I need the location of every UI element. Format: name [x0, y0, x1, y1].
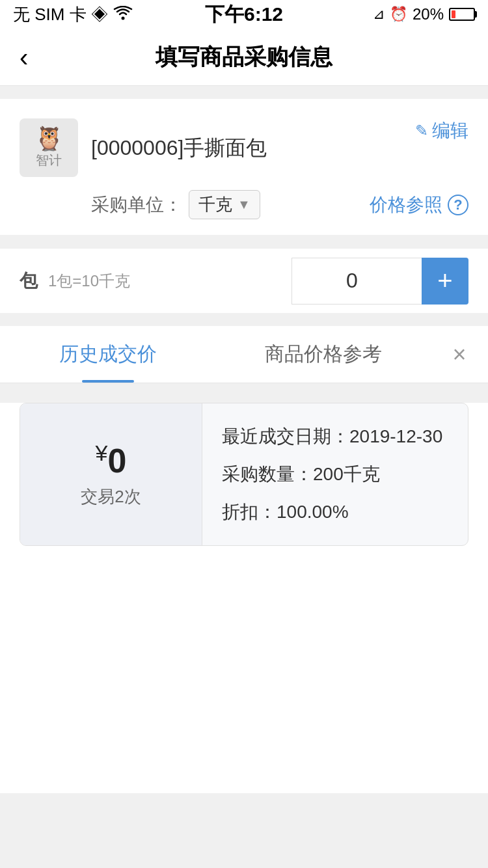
product-card: 🦉 智计 [0000006]手撕面包 ✎ 编辑 采购单位： 千克 ▼ 价格参照 …	[0, 99, 488, 235]
tab-price-ref[interactable]: 商品价格参考	[215, 326, 431, 383]
status-bar-left: 无 SIM 卡 ◈	[13, 3, 133, 26]
battery-icon	[449, 8, 475, 21]
product-name: [0000006]手撕面包	[91, 133, 267, 163]
tab-content: ¥0 交易2次 最近成交日期：2019-12-30 采购数量：200千克 折扣：…	[0, 403, 488, 793]
brand-label: 智计	[34, 152, 64, 169]
product-header: 🦉 智计 [0000006]手撕面包 ✎ 编辑	[20, 118, 468, 177]
tab-history-price[interactable]: 历史成交价	[0, 326, 215, 383]
history-price-right: 最近成交日期：2019-12-30 采购数量：200千克 折扣：100.00%	[202, 403, 468, 545]
discount-value: 100.00%	[277, 502, 349, 522]
page-title: 填写商品采购信息	[156, 42, 332, 72]
price-ref-button[interactable]: 价格参照 ?	[370, 193, 468, 217]
location-icon: ⊿	[373, 6, 385, 23]
qty-value: 200千克	[313, 464, 380, 484]
tab-price-ref-label: 商品价格参考	[265, 341, 382, 368]
tab-close-button[interactable]: ×	[431, 326, 488, 383]
date-value: 2019-12-30	[349, 426, 442, 446]
product-thumbnail: 🦉 智计	[20, 118, 78, 177]
history-trades-label: 交易2次	[81, 485, 141, 508]
quantity-input[interactable]	[291, 258, 422, 305]
unit-conversion-label: 1包=10千克	[48, 271, 130, 292]
status-bar-time: 下午6:12	[205, 1, 283, 28]
date-label: 最近成交日期：	[222, 426, 349, 446]
unit-select[interactable]: 千克 ▼	[189, 190, 260, 219]
tab-active-indicator	[82, 380, 134, 383]
wifi-icon	[113, 5, 133, 25]
status-bar: 无 SIM 卡 ◈ 下午6:12 ⊿ ⏰ 20%	[0, 0, 488, 29]
status-bar-right: ⊿ ⏰ 20%	[373, 5, 475, 23]
info-icon: ?	[448, 195, 468, 215]
owl-icon: 🦉	[34, 127, 64, 150]
tab-bar: 历史成交价 商品价格参考 ×	[0, 326, 488, 383]
quantity-section: 包 1包=10千克 +	[0, 248, 488, 313]
history-date-row: 最近成交日期：2019-12-30	[222, 423, 448, 450]
edit-icon: ✎	[415, 122, 428, 140]
edit-label: 编辑	[432, 118, 468, 143]
history-qty-row: 采购数量：200千克	[222, 461, 448, 488]
nav-bar: ‹ 填写商品采购信息	[0, 29, 488, 86]
currency-symbol: ¥	[96, 441, 108, 465]
unit-label: 采购单位： 千克 ▼	[91, 190, 260, 219]
history-price-value: ¥0	[96, 441, 127, 480]
sim-label: 无 SIM 卡 ◈	[13, 3, 108, 26]
price-ref-label: 价格参照	[370, 193, 442, 217]
alarm-icon: ⏰	[390, 6, 407, 23]
quantity-plus-button[interactable]: +	[422, 258, 468, 305]
close-icon: ×	[452, 341, 466, 368]
history-discount-row: 折扣：100.00%	[222, 498, 448, 526]
battery-pct: 20%	[413, 5, 444, 23]
unit-value: 千克	[198, 193, 232, 216]
discount-label: 折扣：	[222, 502, 277, 522]
quantity-label-group: 包 1包=10千克	[20, 269, 130, 293]
package-unit-label: 包	[20, 269, 38, 293]
quantity-input-group: +	[291, 258, 468, 305]
history-price-card: ¥0 交易2次 最近成交日期：2019-12-30 采购数量：200千克 折扣：…	[20, 403, 468, 546]
product-unit-row: 采购单位： 千克 ▼ 价格参照 ?	[91, 190, 468, 219]
tab-history-price-label: 历史成交价	[59, 341, 157, 368]
product-left: 🦉 智计 [0000006]手撕面包	[20, 118, 267, 177]
qty-label: 采购数量：	[222, 464, 313, 484]
edit-button[interactable]: ✎ 编辑	[415, 118, 468, 143]
back-button[interactable]: ‹	[20, 44, 28, 70]
section-divider	[0, 313, 488, 326]
history-price-left: ¥0 交易2次	[20, 403, 202, 545]
svg-point-0	[121, 16, 124, 20]
dropdown-arrow-icon: ▼	[237, 197, 251, 212]
